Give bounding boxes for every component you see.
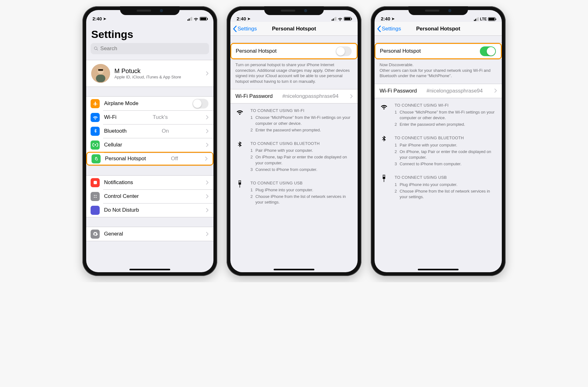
home-indicator[interactable] [129, 269, 170, 270]
avatar [91, 64, 110, 83]
search-icon [94, 46, 98, 51]
wifi-icon [380, 103, 388, 129]
control-center-row[interactable]: Control Center [86, 189, 213, 203]
chevron-icon [206, 141, 208, 149]
usb-instructions-header: TO CONNECT USING USB [395, 175, 497, 180]
usb-step-1: Plug iPhone into your computer. [400, 182, 457, 188]
airplane-label: Airplane Mode [104, 100, 139, 107]
hotspot-toggle-row[interactable]: Personal Hotspot [230, 43, 358, 59]
hotspot-toggle[interactable] [480, 46, 496, 56]
hotspot-toggle-label: Personal Hotspot [380, 48, 421, 54]
notifications-row[interactable]: Notifications [86, 176, 213, 189]
control-center-label: Control Center [104, 193, 139, 199]
gear-icon [91, 230, 100, 239]
chevron-icon [205, 155, 207, 162]
svg-point-7 [96, 197, 97, 198]
bt-step-3: Connect to iPhone from computer. [255, 167, 317, 172]
bt-step-2: On iPhone, tap Pair or enter the code di… [400, 149, 497, 160]
chevron-icon [206, 193, 208, 200]
wifi-password-value: #nicelongpassphrase94 [427, 88, 483, 94]
svg-rect-3 [98, 69, 103, 71]
svg-rect-9 [239, 181, 241, 183]
wifi-step-2: Enter the password when prompted. [400, 122, 465, 127]
connect-bluetooth-section: TO CONNECT USING BLUETOOTH 1Pair iPhone … [230, 136, 358, 176]
connect-usb-section: TO CONNECT USING USB 1Plug iPhone into y… [230, 176, 358, 209]
battery-icon [488, 17, 496, 21]
notch [264, 6, 324, 15]
wifi-icon [193, 16, 198, 21]
svg-rect-12 [239, 183, 241, 184]
bt-step-1: Pair iPhone with your computer. [255, 148, 313, 153]
location-icon: ➤ [247, 17, 250, 21]
wifi-step-1: Choose “MichPhone” from the Wi-Fi settin… [400, 109, 497, 121]
chevron-left-icon [377, 26, 381, 32]
airplane-mode-row[interactable]: Airplane Mode [86, 97, 213, 110]
hotspot-label: Personal Hotspot [105, 156, 146, 162]
status-time: 2:40 [237, 16, 246, 21]
svg-rect-10 [239, 181, 239, 182]
phone-1: 2:40 ➤ Settings [82, 6, 217, 276]
usb-step-2: Choose iPhone from the list of network s… [255, 194, 353, 205]
bluetooth-icon [91, 127, 100, 136]
wifi-password-row[interactable]: Wi-Fi Password #nicelongpassphrase94 [375, 84, 502, 98]
battery-icon [344, 17, 351, 21]
personal-hotspot-row[interactable]: Personal Hotspot Off [86, 152, 213, 166]
bt-instructions-header: TO CONNECT USING BLUETOOTH [250, 141, 353, 146]
location-icon: ➤ [391, 17, 395, 21]
svg-rect-14 [383, 175, 385, 177]
home-indicator[interactable] [418, 269, 459, 270]
chevron-icon [206, 70, 208, 77]
hotspot-icon [92, 154, 101, 163]
profile-sub: Apple ID, iCloud, iTunes & App Store [114, 75, 181, 79]
dnd-label: Do Not Disturb [104, 207, 139, 213]
wifi-instructions-header: TO CONNECT USING WI-FI [250, 108, 353, 114]
bluetooth-icon [380, 135, 388, 168]
airplane-toggle[interactable] [192, 99, 208, 109]
page-title: Settings [86, 22, 213, 43]
back-label: Settings [238, 26, 257, 32]
apple-id-row[interactable]: M Potuck Apple ID, iCloud, iTunes & App … [86, 60, 213, 87]
svg-rect-2 [96, 75, 105, 82]
wifi-password-row[interactable]: Wi-Fi Password #nicelongpassphrase94 [230, 89, 358, 103]
cellular-icon [91, 140, 100, 150]
usb-step-1: Plug iPhone into your computer. [255, 187, 313, 193]
home-indicator[interactable] [274, 269, 314, 270]
cellular-row[interactable]: Cellular [86, 138, 213, 152]
chevron-icon [206, 207, 208, 214]
back-label: Settings [382, 26, 401, 32]
bt-step-3: Connect to iPhone from computer. [400, 161, 461, 167]
back-button[interactable]: Settings [377, 26, 401, 32]
cellular-signal-icon [332, 17, 336, 21]
bluetooth-label: Bluetooth [104, 128, 127, 134]
usb-step-2: Choose iPhone from the list of network s… [400, 188, 497, 200]
chevron-left-icon [233, 26, 237, 32]
wifi-password-value: #nicelongpassphrase94 [282, 93, 339, 99]
hotspot-toggle-row[interactable]: Personal Hotspot [375, 43, 502, 59]
wifi-row[interactable]: Wi-Fi Tuck's [86, 110, 213, 124]
cellular-signal-icon [474, 17, 479, 21]
profile-name: M Potuck [114, 67, 181, 75]
chevron-icon [350, 93, 353, 100]
hotspot-toggle[interactable] [336, 46, 352, 56]
svg-rect-13 [239, 184, 240, 188]
bluetooth-row[interactable]: Bluetooth On [86, 124, 213, 138]
nav-bar: Settings Personal Hotspot [230, 22, 358, 36]
svg-rect-4 [93, 181, 97, 184]
search-input[interactable] [91, 43, 209, 54]
hotspot-value: Off [171, 156, 178, 162]
wifi-step-1: Choose “MichPhone” from the Wi-Fi settin… [255, 115, 353, 126]
usb-icon [235, 180, 244, 206]
wifi-instructions-header: TO CONNECT USING WI-FI [395, 103, 497, 108]
svg-point-5 [94, 195, 95, 196]
general-row[interactable]: General [86, 227, 213, 241]
cellular-signal-icon [187, 17, 192, 21]
connect-bluetooth-section: TO CONNECT USING BLUETOOTH 1Pair iPhone … [375, 131, 502, 170]
bt-step-1: Pair iPhone with your computer. [400, 142, 457, 148]
bt-instructions-header: TO CONNECT USING BLUETOOTH [395, 135, 497, 141]
dnd-row[interactable]: Do Not Disturb [86, 203, 213, 217]
search-field[interactable] [100, 45, 206, 52]
notifications-label: Notifications [104, 179, 133, 186]
back-button[interactable]: Settings [233, 26, 257, 32]
wifi-password-label: Wi-Fi Password [380, 88, 417, 94]
phone-3: 2:40 ➤ LTE Settings Personal Hotspot Per… [371, 6, 506, 276]
